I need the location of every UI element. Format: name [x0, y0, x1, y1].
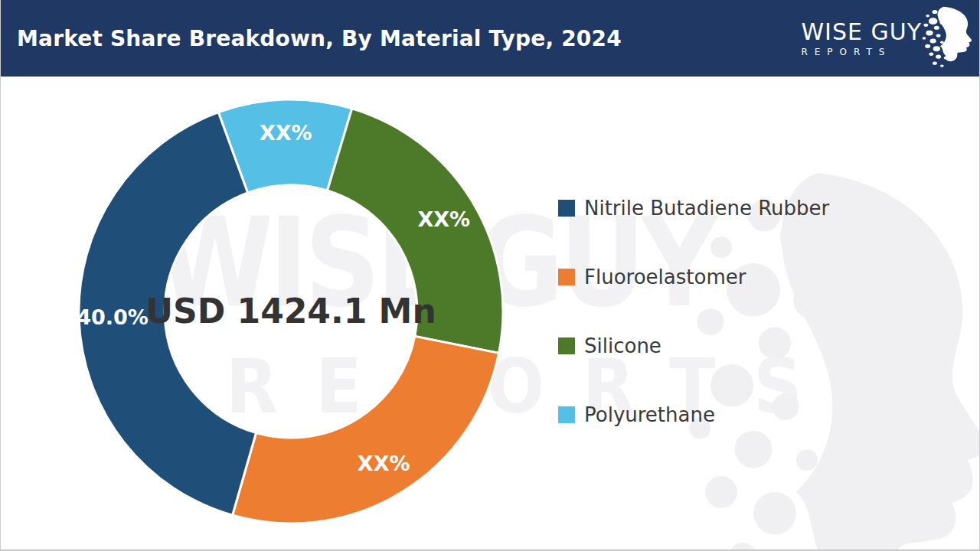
logo-face-icon	[919, 5, 972, 71]
legend-swatch-nitrile-butadiene-rubber	[558, 200, 575, 217]
legend-label-polyurethane: Polyurethane	[584, 404, 715, 425]
infographic-canvas: WISE GUY REPORTS Market Share Breakdown,…	[0, 0, 980, 551]
legend-item-silicone: Silicone	[558, 335, 829, 357]
legend-item-nitrile-butadiene-rubber: Nitrile Butadiene Rubber	[558, 197, 829, 219]
slice-label-fluoroelastomer: XX%	[358, 452, 410, 475]
legend-swatch-fluoroelastomer	[558, 269, 575, 285]
legend-label-nitrile-butadiene-rubber: Nitrile Butadiene Rubber	[584, 197, 829, 219]
chart-center-value: USD 1424.1 Mn	[61, 293, 521, 330]
donut-slice-fluoroelastomer	[233, 336, 499, 523]
logo-subtitle: REPORTS	[801, 47, 922, 57]
header-bar: Market Share Breakdown, By Material Type…	[0, 0, 980, 77]
legend-swatch-silicone	[558, 337, 575, 354]
legend-label-fluoroelastomer: Fluoroelastomer	[584, 266, 746, 288]
legend-label-silicone: Silicone	[584, 335, 662, 357]
wise-guy-reports-logo: WISE GUY REPORTS	[801, 5, 972, 72]
legend-swatch-polyurethane	[558, 406, 575, 423]
chart-legend: Nitrile Butadiene RubberFluoroelastomerS…	[558, 197, 829, 473]
logo-text: WISE GUY REPORTS	[801, 20, 922, 57]
slice-label-silicone: XX%	[417, 207, 470, 231]
legend-item-polyurethane: Polyurethane	[558, 404, 829, 425]
slice-label-polyurethane: XX%	[260, 121, 312, 145]
legend-item-fluoroelastomer: Fluoroelastomer	[558, 266, 829, 288]
page-title: Market Share Breakdown, By Material Type…	[17, 26, 622, 51]
logo-wordmark: WISE GUY	[801, 20, 922, 44]
